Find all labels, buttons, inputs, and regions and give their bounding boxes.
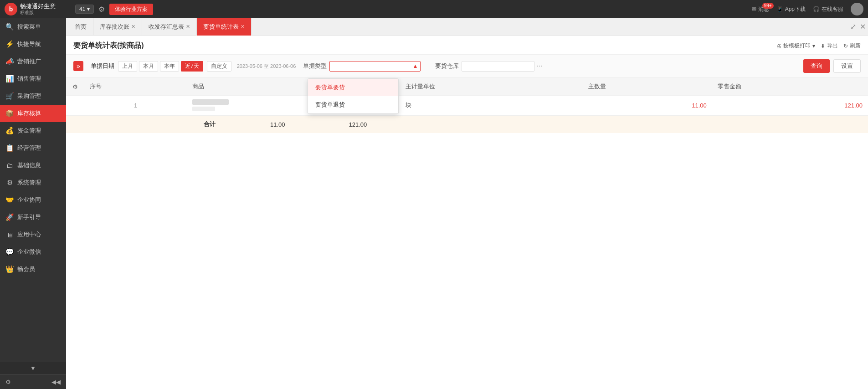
tab-home[interactable]: 首页 [68,18,93,36]
sidebar-label-search: 搜索菜单 [17,23,41,31]
td-settings-0 [66,96,84,115]
sidebar-collapse-icon[interactable]: ◀◀ [51,379,61,385]
user-avatar[interactable] [851,3,863,15]
sidebar-label-sales: 销售管理 [17,75,41,83]
table-footer: 合计 11.00 121.00 [66,115,868,133]
tab-requisition-summary[interactable]: 要货单统计表 ✕ [197,18,252,36]
sidebar-item-marketing[interactable]: 📣营销推广 [0,53,66,70]
sidebar-item-member[interactable]: 👑畅会员 [0,261,66,278]
dropdown-item-requisition-return[interactable]: 要货单退货 [308,96,398,113]
tab-close-requisition-summary[interactable]: ✕ [241,24,245,30]
footer-amount: 121.00 [349,121,367,128]
print-icon: 🖨 [776,43,781,49]
sidebar-item-enterprise[interactable]: 🤝企业协同 [0,191,66,209]
tab-maximize-icon[interactable]: ⤢ [850,22,856,31]
store-selector[interactable]: 41 ▾ [75,5,94,14]
sidebar-item-search[interactable]: 🔍搜索菜单 [0,18,66,36]
sidebar-bottom-settings-icon[interactable]: ⚙ [5,379,11,385]
tab-bar-actions: ⤢ ✕ [850,22,866,31]
sidebar-icon-app-center: 🖥 [5,231,14,239]
type-select-input[interactable] [329,61,421,72]
sidebar-item-guide[interactable]: 🚀新手引导 [0,209,66,226]
logo-text: 畅捷通好生意 标准版 [20,3,56,15]
settings-button[interactable]: 设置 [833,59,861,73]
date-range-text: 2023-05-06 至 2023-06-06 [237,63,296,70]
th-qty: 主数量 [583,78,712,96]
th-unit: 主计量单位 [400,78,583,96]
date-btn-last-month[interactable]: 上月 [118,61,137,72]
date-btn-7days[interactable]: 近7天 [181,61,203,72]
table-row: 1 块 11.00 121.00 [66,96,868,115]
app-download-item[interactable]: 📱 App下载 [776,5,806,13]
top-header: b 畅捷通好生意 标准版 41 ▾ ⚙ 体验行业方案 ✉ 消息 99+ 📱 Ap… [0,0,868,18]
messages-badge: 99+ [762,3,774,9]
sidebar-item-finance[interactable]: 💰资金管理 [0,122,66,139]
sidebar-label-wechat: 企业微信 [17,248,41,256]
warehouse-select-input[interactable] [462,61,534,72]
sidebar-item-quick-nav[interactable]: ⚡快捷导航 [0,36,66,53]
sidebar: 🔍搜索菜单⚡快捷导航📣营销推广📊销售管理🛒采购管理📦库存核算💰资金管理📋经营管理… [0,18,66,389]
refresh-button[interactable]: ↻ 刷新 [843,42,861,50]
sidebar-item-app-center[interactable]: 🖥应用中心 [0,226,66,243]
messages-item[interactable]: ✉ 消息 99+ [752,5,769,13]
query-button[interactable]: 查询 [803,59,830,73]
sidebar-icon-operation: 📋 [5,144,14,152]
date-btn-this-year[interactable]: 本年 [160,61,179,72]
data-table: ⚙ 序号 商品 主计量单位 主数量 零售金额 1 [66,78,868,115]
logo-icon: b [5,3,17,15]
td-amount-0: 121.00 [712,96,868,115]
date-btn-this-month[interactable]: 本月 [139,61,158,72]
th-settings[interactable]: ⚙ [66,78,84,96]
sidebar-icon-marketing: 📣 [5,57,14,66]
page-content: 要货单统计表(按商品) 🖨 按模板打印 ▾ ⬇ 导出 ↻ 刷新 [66,36,868,389]
footer-label: 合计 [204,120,216,128]
sidebar-item-wechat[interactable]: 💬企业微信 [0,243,66,261]
sidebar-item-purchase[interactable]: 🛒采购管理 [0,87,66,105]
filter-toggle-button[interactable]: » [73,61,83,71]
table-container: ⚙ 序号 商品 主计量单位 主数量 零售金额 1 [66,78,868,115]
warehouse-label: 要货仓库 [435,62,459,70]
sidebar-label-purchase: 采购管理 [17,92,41,100]
sidebar-icon-sales: 📊 [5,75,14,83]
tab-close-batch-inventory[interactable]: ✕ [131,24,135,30]
online-service-item[interactable]: 🎧 在线客服 [813,5,843,13]
date-label: 单据日期 [91,62,114,70]
message-icon: ✉ [752,6,756,12]
headset-icon: 🎧 [813,6,820,12]
sidebar-icon-member: 👑 [5,265,14,273]
sidebar-scroll: 🔍搜索菜单⚡快捷导航📣营销推广📊销售管理🛒采购管理📦库存核算💰资金管理📋经营管理… [0,18,66,362]
sidebar-label-app-center: 应用中心 [17,230,41,239]
sidebar-label-system: 系统管理 [17,179,41,187]
header-right: ✉ 消息 99+ 📱 App下载 🎧 在线客服 [752,3,863,15]
sidebar-item-sales[interactable]: 📊销售管理 [0,70,66,87]
print-button[interactable]: 🖨 按模板打印 ▾ [776,42,815,50]
trial-button[interactable]: 体验行业方案 [109,4,153,15]
chevron-down-icon: ▾ [87,6,90,12]
sidebar-item-basic[interactable]: 🗂基础信息 [0,157,66,174]
th-index: 序号 [84,78,187,96]
date-buttons: 上月 本月 本年 近7天 [118,61,203,72]
tab-batch-inventory[interactable]: 库存批次账 ✕ [93,18,142,36]
sidebar-label-operation: 经营管理 [17,144,41,152]
page-actions: 🖨 按模板打印 ▾ ⬇ 导出 ↻ 刷新 [776,42,861,50]
tab-close-all-icon[interactable]: ✕ [860,22,866,31]
sidebar-label-finance: 资金管理 [17,127,41,135]
tab-label-shipment-summary: 收发存汇总表 [149,23,184,31]
date-btn-custom[interactable]: 自定义 [207,61,231,72]
sidebar-label-basic: 基础信息 [17,161,41,169]
page-title: 要货单统计表(按商品) [73,41,144,51]
sidebar-item-system[interactable]: ⚙系统管理 [0,174,66,191]
refresh-icon: ↻ [843,43,848,49]
tab-close-shipment-summary[interactable]: ✕ [186,24,190,30]
tab-shipment-summary[interactable]: 收发存汇总表 ✕ [142,18,197,36]
export-button[interactable]: ⬇ 导出 [821,42,838,50]
dropdown-item-requisition-order[interactable]: 要货单要货 [308,79,398,96]
warehouse-more-icon[interactable]: ··· [536,62,542,70]
sidebar-item-inventory[interactable]: 📦库存核算 [0,105,66,122]
sidebar-icon-enterprise: 🤝 [5,196,14,204]
td-index-0: 1 [84,96,187,115]
sidebar-scroll-down[interactable]: ▼ [0,362,66,374]
header-settings-icon[interactable]: ⚙ [98,5,105,14]
type-label: 单据类型 [303,62,327,70]
sidebar-item-operation[interactable]: 📋经营管理 [0,139,66,157]
